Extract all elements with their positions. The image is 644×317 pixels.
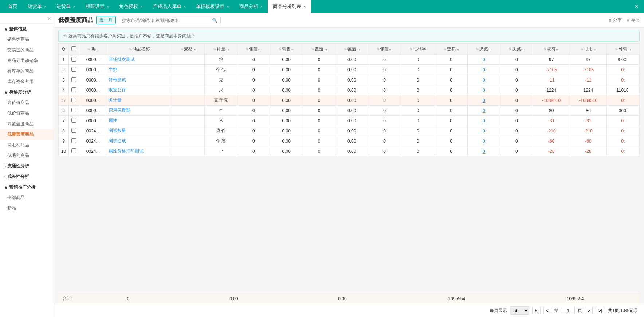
sidebar-item-low-profit[interactable]: 低毛利商品	[0, 150, 54, 161]
row-checkbox-cell[interactable]	[69, 65, 79, 75]
gear-icon[interactable]: ⚙	[62, 47, 66, 52]
nav-close-goods-analysis[interactable]: ×	[260, 4, 263, 9]
row-browse1[interactable]: 0	[468, 75, 500, 85]
nav-item-role[interactable]: 角色授权 ×	[114, 0, 148, 13]
row-spec	[172, 146, 205, 156]
row-checkbox-cell[interactable]	[69, 95, 79, 106]
row-cov2: 0.00	[335, 126, 368, 136]
row-checkbox-cell[interactable]	[69, 55, 79, 65]
nav-close-goods-analysis-list[interactable]: ×	[303, 4, 306, 9]
row-checkbox[interactable]	[71, 118, 76, 123]
row-browse1[interactable]: 0	[468, 106, 500, 116]
nav-item-goods-analysis[interactable]: 商品分析 ×	[234, 0, 268, 13]
export-button[interactable]: ⇩ 导出	[626, 17, 640, 23]
row-gross: 0	[401, 85, 435, 95]
nav-close-role[interactable]: ×	[140, 4, 142, 9]
row-checkbox[interactable]	[71, 57, 76, 62]
sidebar-category-growth[interactable]: › 成长性分析	[0, 171, 54, 182]
share-button[interactable]: ⇧ 分享	[608, 17, 622, 23]
row-name[interactable]: 牛奶	[107, 65, 172, 75]
page-size-select[interactable]: 50 20 100	[510, 306, 529, 315]
row-code: 0000...	[79, 95, 107, 106]
nav-item-template[interactable]: 单据模板设置 ×	[191, 0, 234, 13]
row-browse1[interactable]: 0	[468, 95, 500, 106]
search-icon[interactable]: 🔍	[212, 18, 217, 23]
prev-page-button[interactable]: <	[543, 307, 551, 314]
row-name[interactable]: 启用保质期	[107, 106, 172, 116]
row-checkbox[interactable]	[71, 98, 76, 102]
sidebar-item-high-value[interactable]: 高价值商品	[0, 98, 54, 108]
row-browse1[interactable]: 0	[468, 126, 500, 136]
select-all-checkbox[interactable]	[71, 46, 76, 51]
row-name[interactable]: 多计量	[107, 95, 172, 106]
sidebar-category-liquidity[interactable]: › 流通性分析	[0, 161, 54, 171]
row-browse1[interactable]: 0	[468, 116, 500, 126]
sidebar-item-stock-goods[interactable]: 有库存的商品	[0, 66, 54, 76]
row-name[interactable]: 旺辅批次测试	[107, 55, 172, 65]
window-close-button[interactable]: ×	[632, 3, 641, 10]
row-checkbox-cell[interactable]	[69, 126, 79, 136]
row-sales-amount: 0.00	[270, 75, 303, 85]
sidebar-item-high-coverage[interactable]: 高覆盖度商品	[0, 119, 54, 129]
row-sales3: 0	[368, 95, 401, 106]
nav-item-sales[interactable]: 销货单 ×	[23, 0, 51, 13]
sidebar-category-freshness[interactable]: ∨ 类鲜度分析	[0, 87, 54, 98]
sidebar-item-stock-fund[interactable]: 库存资金占用	[0, 76, 54, 87]
row-checkbox[interactable]	[71, 87, 76, 92]
nav-item-purchase[interactable]: 进货单 ×	[51, 0, 80, 13]
nav-close-product-in[interactable]: ×	[184, 4, 186, 9]
sidebar-item-low-value[interactable]: 低价值商品	[0, 108, 54, 119]
row-browse1[interactable]: 0	[468, 136, 500, 146]
row-checkbox-cell[interactable]	[69, 136, 79, 146]
sidebar-item-low-coverage[interactable]: 低覆盖度商品	[0, 129, 54, 140]
sidebar-section-overall[interactable]: ∨ 整体信息	[0, 24, 54, 34]
row-name[interactable]: 测试提成	[107, 136, 172, 146]
sidebar-item-high-profit[interactable]: 高毛利商品	[0, 140, 54, 150]
row-name[interactable]: 符号测试	[107, 75, 172, 85]
nav-close-purchase[interactable]: ×	[73, 4, 75, 9]
nav-close-permission[interactable]: ×	[107, 4, 109, 9]
row-sales-amount: 0.00	[270, 146, 303, 156]
nav-item-goods-analysis-list[interactable]: 商品分析列表 ×	[268, 0, 311, 13]
row-checkbox-cell[interactable]	[69, 116, 79, 126]
row-checkbox-cell[interactable]	[69, 75, 79, 85]
row-name[interactable]: 属性	[107, 116, 172, 126]
nav-item-permission[interactable]: 权限设置 ×	[80, 0, 114, 13]
row-checkbox-cell[interactable]	[69, 106, 79, 116]
row-sales-qty: 0	[237, 106, 270, 116]
page-number-input[interactable]	[562, 307, 575, 314]
sidebar-item-all-goods[interactable]: 全部商品	[0, 193, 54, 203]
sidebar-item-sales-goods[interactable]: 销售类商品	[0, 34, 54, 45]
row-browse1[interactable]: 0	[468, 55, 500, 65]
sidebar-item-new-goods[interactable]: 新品	[0, 203, 54, 214]
row-avail-stock: -1089510	[570, 95, 606, 106]
row-browse1[interactable]: 0	[468, 146, 500, 156]
row-checkbox[interactable]	[71, 148, 76, 153]
search-input[interactable]	[122, 18, 211, 23]
next-page-button[interactable]: >	[585, 307, 593, 314]
sidebar-item-category-rate[interactable]: 商品分类动销率	[0, 55, 54, 66]
row-checkbox-cell[interactable]	[69, 85, 79, 95]
row-browse1[interactable]: 0	[468, 85, 500, 95]
nav-close-sales[interactable]: ×	[44, 4, 46, 9]
row-name[interactable]: 属性价格打印测试	[107, 146, 172, 156]
nav-item-home[interactable]: 首页	[3, 0, 23, 13]
row-checkbox[interactable]	[71, 128, 76, 133]
row-checkbox[interactable]	[71, 138, 76, 143]
last-page-button[interactable]: >|	[596, 307, 605, 314]
table-row: 4 0000... 眠宝公仔 只 0 0.00 0 0.00 0 0 0 0 0…	[59, 85, 640, 95]
filter-recent-month-button[interactable]: 近一月	[96, 16, 116, 24]
first-page-button[interactable]: K	[532, 307, 541, 314]
row-name[interactable]: 测试数量	[107, 126, 172, 136]
nav-close-template[interactable]: ×	[227, 4, 229, 9]
row-browse1[interactable]: 0	[468, 65, 500, 75]
sidebar-collapse-button[interactable]: «	[48, 15, 51, 21]
row-checkbox[interactable]	[71, 77, 76, 82]
row-checkbox[interactable]	[71, 67, 76, 72]
row-checkbox[interactable]	[71, 108, 76, 112]
nav-item-product-in[interactable]: 产成品入库单 ×	[148, 0, 191, 13]
sidebar-category-marketing[interactable]: ∨ 营销推广分析	[0, 182, 54, 193]
sidebar-item-traded-goods[interactable]: 交易过的商品	[0, 45, 54, 55]
row-name[interactable]: 眠宝公仔	[107, 85, 172, 95]
row-checkbox-cell[interactable]	[69, 146, 79, 156]
